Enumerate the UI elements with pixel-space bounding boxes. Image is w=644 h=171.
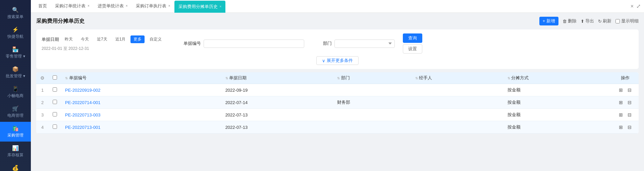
row-date-3: 2022-07-13 — [221, 109, 333, 121]
tab-close-inbound-stats[interactable]: × — [126, 4, 128, 8]
date-btn-7days[interactable]: 近7天 — [94, 35, 110, 43]
tab-purchase-order-exec[interactable]: 采购订单执行表× — [132, 0, 174, 13]
sidebar-item-wholesale[interactable]: 📦批发管理 ▾ — [0, 63, 31, 82]
tab-label-inbound-stats: 进货单统计表 — [98, 3, 124, 9]
delete-row-icon-3[interactable]: ⊟ — [626, 111, 633, 118]
main-content: 首页采购订单统计表×进货单统计表×采购订单执行表×采购费用分摊单历史× × ⤢ … — [31, 0, 644, 171]
row-action-4: ⊞ ⊟ — [612, 121, 639, 134]
row-checkbox-1[interactable] — [49, 84, 61, 96]
sidebar-label-search: 搜索菜单 — [7, 14, 23, 19]
sort-date-icon: ⇅ — [225, 76, 228, 80]
row-dept-3 — [333, 109, 411, 121]
search-button[interactable]: 查询 — [403, 33, 422, 43]
row-checkbox-4[interactable] — [49, 121, 61, 134]
finance-icon: 💰 — [2, 165, 29, 171]
row-doc-no-2: PE-20220714-001 — [61, 96, 221, 109]
sidebar-label-miniapp: 小畅电商 — [7, 93, 23, 98]
tab-label-purchase-order-exec: 采购订单执行表 — [136, 3, 166, 9]
tab-label-purchase-fee-split: 采购费用分摊单历史 — [178, 4, 218, 10]
doc-link-4[interactable]: PE-20220713-001 — [65, 125, 101, 130]
row-select-1[interactable] — [53, 87, 57, 92]
sidebar-item-quick[interactable]: ⚡快捷导航 — [0, 23, 31, 43]
sidebar-item-miniapp[interactable]: 📱小畅电商 — [0, 82, 31, 102]
wholesale-icon: 📦 — [2, 66, 29, 72]
delete-row-icon-2[interactable]: ⊟ — [626, 99, 633, 106]
edit-icon-3[interactable]: ⊞ — [618, 111, 624, 118]
row-num-1: 1 — [36, 84, 49, 96]
maximize-icon[interactable]: ⤢ — [636, 3, 641, 9]
date-btn-yesterday[interactable]: 昨天 — [62, 35, 76, 43]
row-select-2[interactable] — [53, 100, 57, 104]
tab-bar: 首页采购订单统计表×进货单统计表×采购订单执行表×采购费用分摊单历史× × ⤢ — [31, 0, 644, 13]
sidebar-label-wholesale: 批发管理 — [6, 74, 22, 78]
quick-icon: ⚡ — [2, 26, 29, 33]
doc-link-2[interactable]: PE-20220714-001 — [65, 100, 101, 105]
sidebar-item-retail[interactable]: 🏪零售管理 ▾ — [0, 43, 31, 63]
edit-icon-4[interactable]: ⊞ — [618, 124, 624, 131]
date-btn-today[interactable]: 今天 — [78, 35, 92, 43]
close-icon[interactable]: × — [631, 3, 634, 9]
date-filter-group: 单据日期 昨天 今天 近7天 近1月 更多 自定义 2022-01-01 至 2… — [42, 35, 165, 52]
tab-close-purchase-fee-split[interactable]: × — [220, 5, 222, 8]
refresh-button[interactable]: ↻ 刷新 — [598, 18, 611, 24]
tab-purchase-fee-split[interactable]: 采购费用分摊单历史× — [174, 1, 226, 13]
select-all-checkbox[interactable] — [53, 75, 57, 80]
sidebar-label-quick: 快捷导航 — [7, 34, 23, 39]
row-split-1: 按金额 — [503, 84, 612, 96]
search-icon: 🔍 — [2, 7, 29, 13]
tab-inbound-stats[interactable]: 进货单统计表× — [94, 0, 132, 13]
th-checkbox[interactable] — [49, 72, 61, 84]
sidebar-item-search[interactable]: 🔍搜索菜单 — [0, 3, 31, 23]
date-filter-label: 单据日期 — [42, 36, 59, 42]
sidebar-label-inventory: 库存核算 — [7, 153, 23, 157]
row-select-4[interactable] — [53, 124, 57, 129]
delete-row-icon-1[interactable]: ⊟ — [626, 87, 633, 93]
add-button[interactable]: + 新增 — [539, 17, 558, 25]
sidebar-item-purchase[interactable]: 🛍️采购管理 — [0, 122, 31, 142]
tab-home[interactable]: 首页 — [34, 0, 51, 13]
row-handler-3 — [411, 109, 503, 121]
expand-more-button[interactable]: ∨ 展开更多条件 — [316, 56, 359, 65]
doc-link-1[interactable]: PE-20220919-002 — [65, 88, 101, 93]
settings-button[interactable]: 设置 — [403, 44, 422, 54]
table-row: 1 PE-20220919-002 2022-09-19 按金额 ⊞ ⊟ — [36, 84, 639, 96]
expand-row: ∨ 展开更多条件 — [42, 56, 633, 65]
th-doc-no: ⇅ 单据编号 — [61, 72, 221, 84]
row-checkbox-3[interactable] — [49, 109, 61, 121]
date-btn-1month[interactable]: 近1月 — [112, 35, 129, 43]
tab-purchase-order-stats[interactable]: 采购订单统计表× — [51, 0, 94, 13]
edit-icon-1[interactable]: ⊞ — [618, 87, 624, 93]
settings-gear-icon[interactable]: ⚙ — [40, 75, 45, 81]
sidebar-item-inventory[interactable]: 📊库存核算 — [0, 142, 31, 161]
expand-icon: ∨ — [322, 58, 325, 63]
sidebar-item-finance[interactable]: 💰资金管理 — [0, 161, 31, 171]
row-select-3[interactable] — [53, 112, 57, 116]
sidebar-label-purchase: 采购管理 — [7, 133, 23, 138]
tab-close-purchase-order-stats[interactable]: × — [88, 4, 90, 8]
export-button[interactable]: ⬆ 导出 — [581, 18, 594, 24]
sidebar-item-ecommerce[interactable]: 🛒电商管理 — [0, 102, 31, 122]
row-dept-4 — [333, 121, 411, 134]
date-btn-more[interactable]: 更多 — [130, 35, 145, 43]
row-checkbox-2[interactable] — [49, 96, 61, 109]
th-settings[interactable]: ⚙ — [36, 72, 49, 84]
date-filter-top: 单据日期 昨天 今天 近7天 近1月 更多 自定义 — [42, 35, 165, 43]
row-doc-no-1: PE-20220919-002 — [61, 84, 221, 96]
row-num-3: 3 — [36, 109, 49, 121]
edit-icon-2[interactable]: ⊞ — [618, 99, 624, 106]
delete-button[interactable]: 🗑 删除 — [562, 18, 577, 24]
show-cols-toggle[interactable]: 显示明细 — [615, 18, 639, 24]
th-dept: ⇅ 部门 — [333, 72, 411, 84]
th-date: ⇅ 单据日期 — [221, 72, 333, 84]
doc-no-input[interactable] — [204, 39, 304, 48]
row-dept-1 — [333, 84, 411, 96]
purchase-icon: 🛍️ — [2, 125, 29, 132]
delete-row-icon-4[interactable]: ⊟ — [626, 124, 633, 131]
row-dept-2: 财务部 — [333, 96, 411, 109]
row-action-3: ⊞ ⊟ — [612, 109, 639, 121]
show-cols-checkbox[interactable] — [615, 19, 620, 23]
date-btn-custom[interactable]: 自定义 — [147, 35, 165, 43]
tab-close-purchase-order-exec[interactable]: × — [168, 4, 170, 8]
dept-select[interactable]: 财务部 — [334, 39, 395, 48]
doc-link-3[interactable]: PE-20220713-003 — [65, 112, 101, 117]
